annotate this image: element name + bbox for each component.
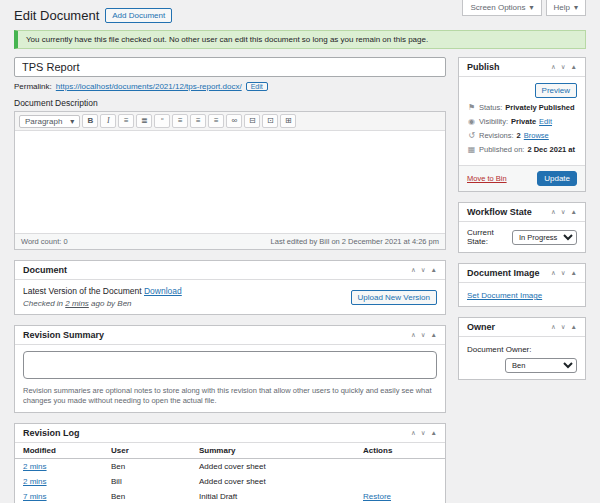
help-button[interactable]: Help ▾ [546,0,586,16]
revision-modified-link[interactable]: 2 mins [23,477,47,486]
revision-log-panel: Revision Log ∧ ∨ ▲ Modified User Summary… [14,423,446,503]
owner-panel: Owner ∧ ∨ ▲ Document Owner: Ben [458,317,586,380]
document-panel-header[interactable]: Document ∧ ∨ ▲ [15,261,445,280]
move-down-icon[interactable]: ∨ [421,429,426,437]
align-center-icon[interactable]: ≡ [190,114,206,128]
italic-button[interactable]: I [100,114,116,128]
description-label: Document Description [14,98,446,108]
word-count: Word count: 0 [21,237,68,246]
move-up-icon[interactable]: ∧ [411,266,416,274]
revision-summary-title: Revision Summary [23,330,104,340]
revision-summary-panel: Revision Summary ∧ ∨ ▲ Revision summarie… [14,325,446,413]
revisions-label: Revisions: [479,131,514,140]
toggle-panel-icon[interactable]: ▲ [431,429,437,437]
move-to-bin-link[interactable]: Move to Bin [467,174,507,183]
revision-log-header[interactable]: Revision Log ∧ ∨ ▲ [15,424,445,443]
revision-summary: Added cover sheet [191,474,355,489]
fullscreen-icon[interactable]: ⊡ [262,114,278,128]
toggle-panel-icon[interactable]: ▲ [571,269,577,277]
add-document-button[interactable]: Add Document [105,8,172,23]
revisions-browse-link[interactable]: Browse [524,131,549,140]
document-owner-label: Document Owner: [467,345,531,354]
caret-down-icon: ▾ [574,3,578,12]
screen-options-label: Screen Options [470,3,525,12]
screen-options-button[interactable]: Screen Options ▾ [462,0,541,16]
move-up-icon[interactable]: ∧ [411,331,416,339]
editor-content-area[interactable] [15,131,445,233]
revision-summary-textarea[interactable] [23,351,437,379]
move-up-icon[interactable]: ∧ [551,269,556,277]
revision-modified-link[interactable]: 2 mins [23,462,47,471]
revisions-icon: ↺ [467,131,476,140]
toggle-panel-icon[interactable]: ▲ [431,266,437,274]
blockquote-icon[interactable]: “ [154,114,170,128]
move-down-icon[interactable]: ∨ [561,63,566,71]
revision-summary: Initial Draft [191,489,355,503]
caret-down-icon: ▾ [70,117,74,126]
workflow-state-title: Workflow State [467,207,532,217]
toggle-panel-icon[interactable]: ▲ [571,323,577,331]
revision-user: Ben [103,459,191,475]
permalink-row: Permalink: https://localhost/documents/2… [14,82,446,91]
document-description-editor: Paragraph ▾ B I ≡ ≣ “ ≡ ≡ ≡ ∞ ⊟ ⊡ ⊞ Word… [14,111,446,250]
toggle-panel-icon[interactable]: ▲ [571,63,577,71]
workflow-state-select[interactable]: In Progress [512,230,577,245]
link-icon[interactable]: ∞ [226,114,242,128]
document-owner-select[interactable]: Ben [505,358,577,373]
revisions-value: 2 [517,131,521,140]
column-header-actions: Actions [355,443,445,459]
move-down-icon[interactable]: ∨ [421,266,426,274]
revision-summary-help: Revision summaries are optional notes to… [23,386,437,406]
revision-action [355,459,445,475]
move-up-icon[interactable]: ∧ [551,208,556,216]
visibility-edit-link[interactable]: Edit [539,117,552,126]
bulleted-list-icon[interactable]: ≡ [118,114,134,128]
permalink-edit-button[interactable]: Edit [246,82,268,91]
checked-in-suffix: ago by Ben [91,299,131,308]
update-button[interactable]: Update [537,171,577,186]
revision-summary-header[interactable]: Revision Summary ∧ ∨ ▲ [15,326,445,345]
table-row: 2 mins Ben Added cover sheet [15,459,445,475]
set-document-image-link[interactable]: Set Document Image [467,291,542,300]
table-row: 7 mins Ben Initial Draft Restore [15,489,445,503]
insert-more-icon[interactable]: ⊟ [244,114,260,128]
revision-user: Ben [103,489,191,503]
bold-button[interactable]: B [82,114,98,128]
toggle-panel-icon[interactable]: ▲ [431,331,437,339]
toggle-panel-icon[interactable]: ▲ [571,208,577,216]
toolbar-toggle-icon[interactable]: ⊞ [280,114,296,128]
help-label: Help [554,3,570,12]
move-down-icon[interactable]: ∨ [421,331,426,339]
revision-log-table: Modified User Summary Actions 2 mins Ben… [15,443,445,503]
upload-new-version-button[interactable]: Upload New Version [351,290,437,305]
move-down-icon[interactable]: ∨ [561,269,566,277]
move-up-icon[interactable]: ∧ [551,323,556,331]
page-title: Edit Document [14,8,99,23]
download-link[interactable]: Download [144,286,182,296]
column-header-modified: Modified [15,443,103,459]
document-title-input[interactable] [14,57,446,77]
preview-button[interactable]: Preview [535,83,577,98]
revision-modified-link[interactable]: 7 mins [23,492,47,501]
move-down-icon[interactable]: ∨ [561,323,566,331]
document-image-panel: Document Image ∧ ∨ ▲ Set Document Image [458,263,586,307]
status-pin-icon: ⚑ [467,103,476,112]
move-up-icon[interactable]: ∧ [551,63,556,71]
restore-link[interactable]: Restore [363,492,391,501]
revisions-row: ↺ Revisions: 2 Browse [467,131,577,140]
align-right-icon[interactable]: ≡ [208,114,224,128]
numbered-list-icon[interactable]: ≣ [136,114,152,128]
move-down-icon[interactable]: ∨ [561,208,566,216]
move-up-icon[interactable]: ∧ [411,429,416,437]
permalink-link[interactable]: https://localhost/documents/2021/12/tps-… [56,82,242,91]
revision-action [355,474,445,489]
paragraph-dropdown[interactable]: Paragraph ▾ [19,115,80,128]
publish-panel-header[interactable]: Publish ∧ ∨ ▲ [459,58,585,77]
workflow-state-panel: Workflow State ∧ ∨ ▲ Current State: In P… [458,202,586,253]
owner-panel-header[interactable]: Owner ∧ ∨ ▲ [459,318,585,337]
align-left-icon[interactable]: ≡ [172,114,188,128]
checked-in-prefix: Checked in [23,299,63,308]
caret-down-icon: ▾ [530,3,534,12]
document-image-header[interactable]: Document Image ∧ ∨ ▲ [459,264,585,283]
workflow-state-header[interactable]: Workflow State ∧ ∨ ▲ [459,203,585,222]
